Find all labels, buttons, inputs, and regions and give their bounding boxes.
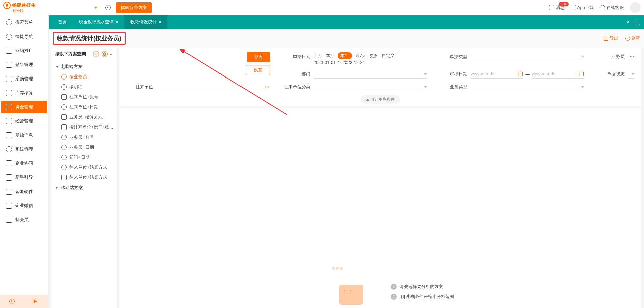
- scheme-item-label: 业务员+日期: [69, 144, 94, 150]
- bill-status-select[interactable]: [628, 70, 635, 79]
- date-tab-last-month[interactable]: 上月: [314, 53, 322, 59]
- tab-close-icon[interactable]: ×: [116, 19, 118, 25]
- sidebar-item-13[interactable]: 企业微信: [0, 199, 48, 213]
- scheme-item-8[interactable]: 部门+日期: [51, 152, 117, 162]
- fullscreen-icon[interactable]: [634, 19, 640, 25]
- clock-icon: [61, 104, 67, 110]
- messages-button[interactable]: 消息 99+: [549, 5, 565, 11]
- chevron-up-icon: [366, 99, 369, 101]
- sidebar-item-2[interactable]: 营销推广: [0, 44, 48, 58]
- query-button[interactable]: 查询: [247, 52, 270, 62]
- date-tab-this-month[interactable]: 本月: [326, 53, 334, 59]
- settings-icon[interactable]: [105, 5, 111, 10]
- app-download-button[interactable]: App下载: [571, 5, 594, 11]
- scheme-item-label: 往来单位+结算方式: [69, 164, 107, 170]
- salesperson-select[interactable]: ⋯: [628, 52, 635, 61]
- date-tab-custom[interactable]: 自定义: [382, 53, 395, 59]
- calendar-icon: [518, 72, 523, 76]
- search-icon: [6, 19, 12, 25]
- page-title: 收款情况统计(按业务员): [53, 32, 126, 45]
- date-tab-this-year[interactable]: 本年: [338, 52, 352, 59]
- scheme-group-pc[interactable]: 电脑端方案: [51, 62, 117, 72]
- dept-select[interactable]: [314, 70, 427, 79]
- date-tab-more[interactable]: 更多: [370, 53, 378, 59]
- scheme-item-label: 按往来单位+部门+收...: [69, 124, 113, 130]
- collapse-panel-icon[interactable]: «: [110, 52, 113, 57]
- export-button[interactable]: 导出: [604, 35, 619, 41]
- sidebar-item-11[interactable]: 新手引导: [0, 170, 48, 185]
- sidebar-item-14[interactable]: 畅会员: [0, 213, 48, 227]
- industry-plan-button[interactable]: 体验行业方案: [116, 2, 152, 13]
- partner-cat-select[interactable]: [314, 83, 427, 91]
- scheme-item-6[interactable]: 业务员+账号: [51, 132, 117, 142]
- scheme-group-mobile[interactable]: 移动端方案: [51, 183, 117, 193]
- scheme-item-label: 按业务员: [69, 74, 87, 80]
- tab-1[interactable]: 现金银行流水查询×: [73, 15, 124, 29]
- date-tab-last-7[interactable]: 近7天: [355, 53, 366, 59]
- sidebar-item-9[interactable]: 系统管理: [0, 142, 48, 156]
- sidebar-item-0[interactable]: 搜索菜单: [0, 15, 48, 30]
- tab-label: 收款情况统计: [130, 19, 157, 25]
- bill-type-select[interactable]: [471, 52, 584, 61]
- filter-settings-button[interactable]: 设置: [246, 65, 270, 75]
- tab-0[interactable]: 首页: [52, 15, 73, 29]
- sidebar-item-7[interactable]: 经营管理: [0, 114, 48, 128]
- org-selector[interactable]: [47, 7, 101, 9]
- scheme-settings-icon[interactable]: ⚙: [102, 51, 108, 57]
- partner-cat-label: 往来单位分类: [283, 83, 310, 90]
- sidebar-item-1[interactable]: 快捷导航: [0, 30, 48, 44]
- doc-icon: [61, 124, 67, 130]
- bars-icon: [61, 165, 67, 170]
- sidebar-item-5[interactable]: 库存核算: [0, 86, 48, 100]
- headset-icon: [600, 5, 605, 10]
- sidebar-item-8[interactable]: 基础信息: [0, 128, 48, 142]
- phone-icon: [571, 5, 576, 10]
- scheme-item-7[interactable]: 业务员+日期: [51, 142, 117, 152]
- page-header: 收款情况统计(按业务员) 导出 刷新: [49, 29, 644, 48]
- user-avatar[interactable]: [630, 2, 641, 13]
- scheme-item-4[interactable]: 业务员+结算方式: [51, 112, 117, 122]
- salesperson-label: 业务员: [598, 52, 625, 60]
- audit-date-to[interactable]: yyyy-mm-dd: [532, 70, 584, 79]
- sidebar-item-label: 营销推广: [15, 48, 33, 54]
- more-icon: ⋯: [265, 84, 270, 89]
- scheme-item-9[interactable]: 往来单位+结算方式: [51, 162, 117, 172]
- footer-speaker-icon[interactable]: [34, 299, 39, 303]
- export-icon: [604, 36, 608, 41]
- sidebar-item-12[interactable]: 智能硬件: [0, 185, 48, 199]
- messages-badge: 99+: [559, 2, 569, 6]
- online-service-button[interactable]: 在线客服: [600, 5, 624, 11]
- chevron-down-icon: [581, 56, 584, 58]
- scheme-item-2[interactable]: 往来单位+账号: [51, 92, 117, 102]
- scheme-item-0[interactable]: 按业务员: [51, 72, 117, 82]
- sidebar-item-3[interactable]: 销售管理: [0, 58, 48, 72]
- chart-icon: [61, 114, 67, 120]
- wechat-icon: [6, 203, 12, 209]
- tab-2[interactable]: 收款情况统计×: [124, 15, 167, 29]
- add-scheme-icon[interactable]: +: [93, 51, 99, 57]
- tab-close-icon[interactable]: ×: [159, 19, 161, 25]
- footer-settings-icon[interactable]: [9, 299, 15, 304]
- sidebar-item-4[interactable]: 采购管理: [0, 72, 48, 86]
- date-range-value: 2023-01-01 至 2023-12-31: [314, 60, 427, 66]
- scheme-item-label: 往来单位+结算方式: [69, 174, 107, 181]
- audit-date-from[interactable]: yyyy-mm-dd: [471, 70, 523, 79]
- hint-1: 1请先选择要分析的方案: [391, 284, 454, 290]
- date-range-tabs: 上月 本月 本年 近7天 更多 自定义: [314, 52, 427, 59]
- tv-icon: [6, 189, 12, 195]
- wallet-icon: [6, 104, 12, 110]
- doc-icon: [61, 94, 67, 100]
- tab-close-all-icon[interactable]: ×: [626, 19, 630, 26]
- scheme-item-5[interactable]: 按往来单位+部门+收...: [51, 122, 117, 132]
- collapse-filters-button[interactable]: 收起更多条件: [119, 93, 641, 106]
- brand-name: 畅捷通好生: [12, 2, 36, 8]
- scheme-item-1[interactable]: 按明细: [51, 82, 117, 92]
- partner-select[interactable]: ⋯: [156, 83, 270, 91]
- refresh-button[interactable]: 刷新: [625, 35, 640, 41]
- clip-icon: [6, 160, 12, 166]
- biz-type-select[interactable]: [471, 83, 584, 91]
- sidebar-item-6[interactable]: 资金管理: [1, 101, 47, 113]
- scheme-item-10[interactable]: 往来单位+结算方式: [51, 172, 117, 183]
- scheme-item-3[interactable]: 往来单位+日期: [51, 102, 117, 112]
- sidebar-item-10[interactable]: 企业协同: [0, 156, 48, 170]
